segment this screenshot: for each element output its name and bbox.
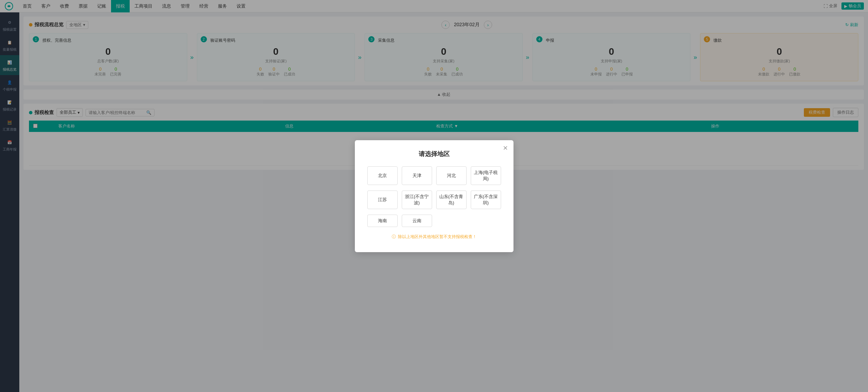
modal-title: 请选择地区 xyxy=(367,150,501,158)
region-select-modal: ✕ 请选择地区 北京 天津 河北 上海(电子税局) 江苏 浙江(不含宁波) 山东… xyxy=(355,140,513,252)
modal-overlay: ✕ 请选择地区 北京 天津 河北 上海(电子税局) 江苏 浙江(不含宁波) 山东… xyxy=(0,0,868,392)
region-btn-yunnan[interactable]: 云南 xyxy=(402,215,432,227)
modal-warning-text: 除以上地区外其他地区暂不支持报税检查！ xyxy=(398,234,477,240)
region-btn-hainan[interactable]: 海南 xyxy=(367,215,398,227)
region-btn-beijing[interactable]: 北京 xyxy=(367,166,398,185)
region-btn-shandong[interactable]: 山东(不含青岛) xyxy=(436,190,467,209)
region-btn-tianjin[interactable]: 天津 xyxy=(402,166,432,185)
region-btn-shanghai[interactable]: 上海(电子税局) xyxy=(471,166,501,185)
region-btn-jiangsu[interactable]: 江苏 xyxy=(367,190,398,209)
warning-icon: ⓘ xyxy=(392,234,396,240)
region-btn-hebei[interactable]: 河北 xyxy=(436,166,467,185)
modal-warning: ⓘ 除以上地区外其他地区暂不支持报税检查！ xyxy=(367,234,501,240)
region-row-3: 海南 云南 xyxy=(367,215,501,227)
modal-close-button[interactable]: ✕ xyxy=(503,144,508,152)
region-btn-guangdong[interactable]: 广东(不含深圳) xyxy=(471,190,501,209)
region-row-2: 江苏 浙江(不含宁波) 山东(不含青岛) 广东(不含深圳) xyxy=(367,190,501,209)
region-btn-zhejiang[interactable]: 浙江(不含宁波) xyxy=(402,190,432,209)
region-row-1: 北京 天津 河北 上海(电子税局) xyxy=(367,166,501,185)
